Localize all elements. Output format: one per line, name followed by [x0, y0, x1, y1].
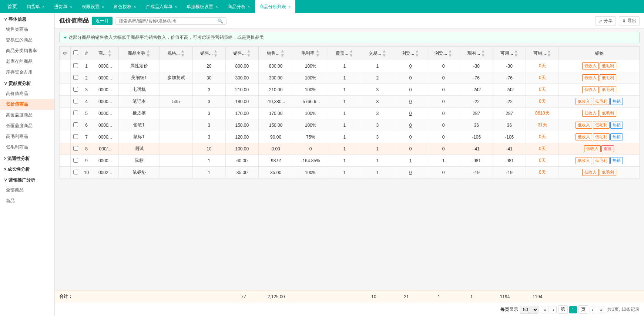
prev-page-button[interactable]: ‹	[550, 306, 557, 313]
nav-product-stock[interactable]: 产成品入库单 ×	[141, 0, 181, 13]
nav-template-settings[interactable]: 单据模板设置 ×	[182, 0, 222, 13]
nav-purchase-order[interactable]: 进货单 ×	[50, 0, 76, 13]
row-checkbox[interactable]	[73, 111, 78, 115]
td-selldays: 0天	[526, 96, 559, 108]
gear-icon[interactable]: ⚙	[63, 51, 67, 56]
sidebar-item-high-coverage[interactable]: 高覆盖度商品	[0, 110, 54, 120]
row-checkbox[interactable]	[73, 75, 78, 80]
sidebar-group-contribution[interactable]: ∨ 贡献度分析	[0, 78, 54, 88]
close-icon[interactable]: ×	[102, 4, 104, 9]
sidebar-item-low-profit[interactable]: 低毛利商品	[0, 142, 54, 153]
current-page[interactable]: 1	[569, 306, 577, 313]
td-stock2: -981	[493, 155, 526, 167]
sidebar-item-new-goods[interactable]: 新品	[0, 196, 54, 206]
td-num: 8	[81, 143, 92, 155]
select-all-checkbox[interactable]	[73, 50, 78, 55]
browse-link[interactable]: 0	[409, 87, 412, 92]
first-page-button[interactable]: «	[541, 306, 549, 313]
nav-role-auth[interactable]: 角色授权 ×	[109, 0, 140, 13]
th-selldays[interactable]: 可销...▲▼	[526, 47, 559, 60]
td-browse2: 0	[427, 96, 460, 108]
sidebar-item-high-value[interactable]: 高价值商品	[0, 88, 54, 99]
sidebar-item-low-coverage[interactable]: 低覆盖度商品	[0, 120, 54, 131]
search-input[interactable]	[119, 18, 216, 24]
td-s3: -10,380...	[258, 96, 293, 108]
row-checkbox[interactable]	[73, 146, 78, 151]
nav-product-analysis[interactable]: 商品分析 ×	[223, 0, 254, 13]
browse-link[interactable]: 1	[409, 158, 412, 163]
nav-product-analysis-list[interactable]: 商品分析列表 ×	[255, 0, 295, 13]
browse-link[interactable]: 0	[409, 99, 412, 104]
th-trade[interactable]: 交易...▲▼	[361, 47, 394, 60]
sidebar-item-low-value[interactable]: 低价值商品	[0, 99, 54, 110]
table-row: 10 0002... 鼠标垫 1 35.00 35.00 100% 1 1 0 …	[60, 167, 640, 179]
close-icon[interactable]: ×	[175, 4, 177, 9]
close-icon[interactable]: ×	[215, 4, 218, 9]
td-stock1: -76	[460, 72, 493, 84]
td-gross: 100%	[293, 60, 328, 72]
search-icon[interactable]: 🔍	[218, 18, 223, 24]
share-button[interactable]: ↗ 分享	[595, 16, 616, 26]
sidebar-item-sales-goods[interactable]: 销售类商品	[0, 24, 54, 35]
sidebar-group-overview[interactable]: ∨ 整体信息	[0, 13, 54, 24]
td-code: 0000...	[92, 119, 119, 131]
th-name[interactable]: 商品名称▲▼	[118, 47, 160, 60]
browse-link[interactable]: 0	[409, 146, 412, 152]
th-sales3[interactable]: 销售...▲▼	[258, 47, 293, 60]
th-gross[interactable]: 毛利率▲▼	[293, 47, 328, 60]
th-coverage[interactable]: 覆盖...▲▼	[328, 47, 361, 60]
row-checkbox[interactable]	[73, 87, 78, 92]
th-spec[interactable]: 规格...▲▼	[160, 47, 192, 60]
browse-link[interactable]: 0	[409, 111, 412, 116]
th-sales2[interactable]: 销售...▲▼	[225, 47, 258, 60]
td-spec	[160, 167, 192, 179]
export-button[interactable]: ⬇ 导出	[619, 16, 640, 26]
sidebar-group-growth[interactable]: > 成长性分析	[0, 163, 54, 174]
last-page-button[interactable]: »	[598, 306, 606, 313]
th-stock2[interactable]: 可用...▲▼	[493, 47, 526, 60]
th-checkbox[interactable]	[71, 47, 81, 60]
row-checkbox[interactable]	[73, 63, 78, 68]
nav-permissions[interactable]: 权限设置 ×	[77, 0, 108, 13]
row-checkbox[interactable]	[73, 122, 78, 127]
nav-home[interactable]: 首页	[3, 2, 21, 11]
close-icon[interactable]: ×	[70, 4, 72, 9]
sidebar-item-stock-capital[interactable]: 库存资金占用	[0, 67, 54, 78]
tag: 低收入	[582, 74, 599, 81]
td-trade: 2	[361, 72, 394, 84]
row-checkbox[interactable]	[73, 99, 78, 103]
sidebar-group-liquidity[interactable]: > 流通性分析	[0, 153, 54, 163]
row-checkbox[interactable]	[73, 170, 78, 174]
sidebar-item-category-sales[interactable]: 商品分类销售率	[0, 45, 54, 56]
nav-sales-order[interactable]: 销货单 ×	[22, 0, 49, 13]
row-checkbox[interactable]	[73, 134, 78, 139]
browse-link[interactable]: 0	[409, 170, 412, 175]
th-browse2[interactable]: 浏览...▲▼	[427, 47, 460, 60]
browse-link[interactable]: 0	[409, 75, 412, 81]
sidebar-item-all-goods[interactable]: 全部商品	[0, 185, 54, 196]
close-icon[interactable]: ×	[134, 4, 136, 9]
close-icon[interactable]: ×	[42, 4, 44, 9]
sidebar-group-marketing[interactable]: ∨ 营销推广分析	[0, 174, 54, 185]
row-checkbox[interactable]	[73, 158, 78, 163]
td-spec	[160, 131, 192, 143]
th-sales1[interactable]: 销售...▲▼	[192, 47, 225, 60]
close-icon[interactable]: ×	[288, 4, 291, 9]
next-page-button[interactable]: ›	[590, 306, 596, 313]
td-coverage: 1	[328, 167, 361, 179]
page-size-dropdown[interactable]: 50 100 200	[520, 306, 539, 314]
th-browse1[interactable]: 浏览...▲▼	[394, 47, 427, 60]
browse-link[interactable]: 0	[409, 64, 412, 69]
browse-link[interactable]: 0	[409, 135, 412, 140]
th-stock1[interactable]: 现有...▲▼	[460, 47, 493, 60]
th-settings[interactable]: ⚙	[60, 47, 71, 60]
sidebar-item-traded-goods[interactable]: 交易过的商品	[0, 35, 54, 45]
filter-button[interactable]: 近一月	[92, 17, 113, 25]
td-selldays: 0天	[526, 167, 559, 179]
browse-link[interactable]: 0	[409, 123, 412, 128]
sidebar-item-old-stock[interactable]: 老库存的商品	[0, 56, 54, 67]
close-icon[interactable]: ×	[248, 4, 250, 9]
sidebar-item-high-profit[interactable]: 高毛利商品	[0, 131, 54, 142]
th-code[interactable]: 商...▲▼	[92, 47, 119, 60]
td-browse2: 0	[427, 143, 460, 155]
